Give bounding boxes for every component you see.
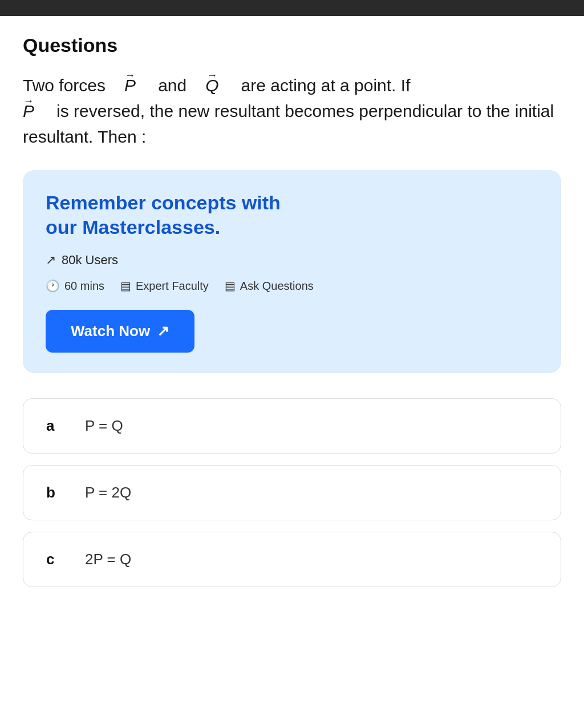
questions-icon: ▤ bbox=[225, 279, 236, 293]
question-part2: and bbox=[158, 76, 186, 95]
card-title-line2: our Masterclasses. bbox=[46, 216, 220, 238]
option-c[interactable]: c 2P = Q bbox=[23, 532, 561, 587]
faculty-icon: ▤ bbox=[120, 279, 131, 293]
top-bar bbox=[0, 0, 584, 16]
option-b-label: b bbox=[46, 484, 60, 501]
vector-p2: P bbox=[23, 98, 34, 124]
question-part1: Two forces bbox=[23, 76, 106, 95]
card-title: Remember concepts with our Masterclasses… bbox=[46, 191, 538, 239]
trending-icon: ↗ bbox=[46, 253, 56, 268]
question-text: Two forces P and Q are acting at a point… bbox=[23, 72, 561, 149]
watch-now-button[interactable]: Watch Now ↗ bbox=[46, 310, 194, 353]
feature-duration-label: 60 mins bbox=[64, 280, 104, 293]
question-line2-part2: is reversed, the new resultant becomes p… bbox=[23, 102, 554, 146]
card-title-line1: Remember concepts with bbox=[46, 192, 281, 213]
vector-q: Q bbox=[205, 72, 218, 98]
option-a[interactable]: a P = Q bbox=[23, 398, 561, 454]
feature-faculty: ▤ Expert Faculty bbox=[120, 279, 209, 293]
masterclass-card: Remember concepts with our Masterclasses… bbox=[23, 170, 561, 373]
feature-questions-label: Ask Questions bbox=[240, 280, 314, 293]
option-b-value: P = 2Q bbox=[85, 484, 131, 501]
feature-duration: 🕐 60 mins bbox=[46, 279, 104, 293]
option-c-label: c bbox=[46, 551, 60, 568]
section-title: Questions bbox=[23, 34, 561, 56]
options-list: a P = Q b P = 2Q c 2P = Q bbox=[23, 398, 561, 587]
watch-now-arrow-icon: ↗ bbox=[157, 322, 169, 340]
option-b[interactable]: b P = 2Q bbox=[23, 465, 561, 520]
watch-now-label: Watch Now bbox=[71, 322, 150, 340]
users-row: ↗ 80k Users bbox=[46, 253, 538, 268]
clock-icon: 🕐 bbox=[46, 279, 60, 293]
option-c-value: 2P = Q bbox=[85, 551, 131, 568]
feature-faculty-label: Expert Faculty bbox=[136, 280, 209, 293]
question-part3: are acting at a point. If bbox=[241, 76, 411, 95]
vector-p: P bbox=[124, 72, 136, 98]
users-label: 80k Users bbox=[62, 253, 118, 268]
features-row: 🕐 60 mins ▤ Expert Faculty ▤ Ask Questio… bbox=[46, 279, 538, 293]
feature-questions: ▤ Ask Questions bbox=[225, 279, 314, 293]
option-a-label: a bbox=[46, 417, 60, 435]
option-a-value: P = Q bbox=[85, 417, 123, 435]
